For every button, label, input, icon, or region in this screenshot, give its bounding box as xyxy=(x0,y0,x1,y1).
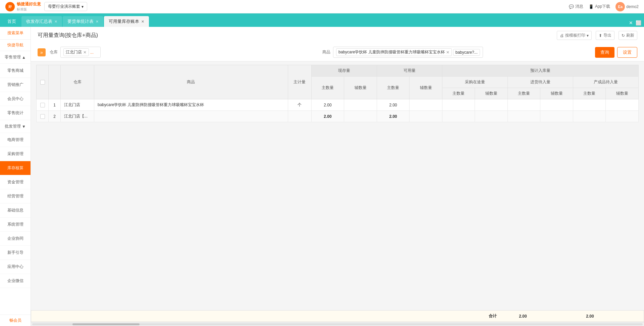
refresh-icon: ↻ xyxy=(622,33,625,38)
message-btn[interactable]: 💬 消息 xyxy=(569,4,583,9)
th-gear xyxy=(37,65,49,99)
chevron-icon: ▲ xyxy=(22,55,26,60)
filter-actions: 查询 设置 xyxy=(595,47,637,58)
export-btn[interactable]: ⬆ 导出 xyxy=(596,31,614,40)
refresh-btn[interactable]: ↻ 刷新 xyxy=(619,31,637,40)
top-bar-left: 好 畅捷通好生意 标准版 母婴行业演示账套 ▾ xyxy=(5,1,87,12)
message-icon: 💬 xyxy=(569,4,574,9)
sidebar-item-ecom-mgmt[interactable]: 电商管理 xyxy=(0,133,31,147)
tab-home[interactable]: 首页 xyxy=(3,16,21,27)
chevron-down-icon: ▾ xyxy=(82,4,84,9)
table-section: 仓库 商品 主计量 现存量 可用量 预计入库量 主数量 辅数量 主数量 辅数量 … xyxy=(31,61,644,310)
sidebar-item-purchase-mgmt[interactable]: 采购管理 xyxy=(0,147,31,161)
user-menu[interactable]: Ea demo2 xyxy=(615,2,639,11)
footer-label: 合计 xyxy=(479,313,506,319)
product-input[interactable]: babycare学饮杯 儿童防摔防撞吸管杯重力球吸嘴杯宝宝水杯 ✕ babyca… xyxy=(333,47,483,58)
th-product-sub: 辅数量 xyxy=(606,88,639,99)
filter-toggle-btn[interactable]: » xyxy=(38,48,46,56)
th-product: 商品 xyxy=(94,65,288,99)
warehouse-tag-remove[interactable]: ✕ xyxy=(83,50,87,55)
tab-receive-send[interactable]: 收发存汇总表 ✕ xyxy=(21,16,62,27)
page-actions: 🖨 按模板打印 ▾ ⬆ 导出 ↻ 刷新 xyxy=(557,31,637,40)
query-button[interactable]: 查询 xyxy=(595,47,614,58)
sidebar-item-app-center[interactable]: 应用中心 xyxy=(0,260,31,274)
logo-area: 好 畅捷通好生意 标准版 xyxy=(5,1,41,12)
th-product-pending: 产成品待入量 xyxy=(573,77,638,88)
tab-order-stats[interactable]: 要货单统计表 ✕ xyxy=(63,16,103,27)
scroll-thumb[interactable] xyxy=(72,323,140,325)
dropdown-icon: ▾ xyxy=(587,33,589,38)
th-inbound-sub: 辅数量 xyxy=(540,88,573,99)
sidebar: 搜索菜单 快捷导航 零售管理 ▲ 零售商城 营销推广 会员中心 零售统计 批发管… xyxy=(0,27,31,326)
th-forecast-inbound: 预计入库量 xyxy=(442,65,638,77)
sidebar-item-batch-mgmt[interactable]: 批发管理 ▼ xyxy=(0,120,31,133)
maximize-icon[interactable]: ⬜ xyxy=(636,20,641,26)
tab-available-stock-close[interactable]: ✕ xyxy=(141,19,144,24)
th-warehouse: 仓库 xyxy=(61,65,94,99)
sidebar-item-new-guide[interactable]: 新手引导 xyxy=(0,246,31,260)
sidebar-item-stock-check[interactable]: 库存核算 xyxy=(0,161,31,175)
filter-row: » 仓库 江北门店 ✕ ... 商品 xyxy=(38,43,637,61)
sidebar-item-retail-stats[interactable]: 零售统计 xyxy=(0,106,31,120)
th-current-main: 主数量 xyxy=(311,77,344,99)
th-inbound-pending: 进货待入量 xyxy=(507,77,573,88)
th-seq xyxy=(49,65,61,99)
sidebar-item-sys-mgmt[interactable]: 系统管理 xyxy=(0,218,31,232)
horizontal-scrollbar[interactable] xyxy=(31,322,644,326)
industry-selector[interactable]: 母婴行业演示账套 ▾ xyxy=(44,2,87,11)
sidebar-item-enterprise-wechat[interactable]: 企业微信 xyxy=(0,274,31,288)
main-layout: 搜索菜单 快捷导航 零售管理 ▲ 零售商城 营销推广 会员中心 零售统计 批发管… xyxy=(0,27,644,326)
th-current-sub: 辅数量 xyxy=(344,77,377,99)
scroll-track xyxy=(32,323,643,325)
expand-icon: » xyxy=(40,50,43,55)
logo-text: 畅捷通好生意 标准版 xyxy=(17,1,41,12)
tab-window-actions: ✕ ⬜ xyxy=(629,20,641,27)
tab-receive-send-close[interactable]: ✕ xyxy=(54,19,57,24)
sidebar-item-biz-mgmt[interactable]: 经营管理 xyxy=(0,189,31,203)
page-title-row: 可用量查询(按仓库+商品) 🖨 按模板打印 ▾ ⬆ 导出 ↻ 刷新 xyxy=(38,31,637,43)
warehouse-filter: 仓库 江北门店 ✕ ... xyxy=(50,47,318,58)
product-tag-1: babycare学饮杯 儿童防摔防撞吸管杯重力球吸嘴杯宝宝水杯 ✕ xyxy=(336,48,452,56)
print-template-btn[interactable]: 🖨 按模板打印 ▾ xyxy=(557,31,592,40)
table-row: 1 江北门店 babycare学饮杯 儿童防摔防撞吸管杯重力球吸嘴杯宝宝水杯 个… xyxy=(37,99,639,111)
data-table: 仓库 商品 主计量 现存量 可用量 预计入库量 主数量 辅数量 主数量 辅数量 … xyxy=(36,65,639,122)
close-window-icon[interactable]: ✕ xyxy=(629,20,633,26)
th-current-stock: 现存量 xyxy=(311,65,377,77)
sidebar-item-finance-mgmt[interactable]: 资金管理 xyxy=(0,175,31,189)
th-available-qty: 可用量 xyxy=(377,65,442,77)
footer-current-main: 2.00 xyxy=(506,314,540,319)
avatar: Ea xyxy=(615,2,625,11)
sidebar-item-member-center[interactable]: 会员中心 xyxy=(0,92,31,106)
footer-avail-main: 2.00 xyxy=(573,314,607,319)
warehouse-more[interactable]: ... xyxy=(90,50,94,55)
warehouse-tag: 江北门店 ✕ xyxy=(63,48,89,56)
table-footer: 合计 2.00 2.00 xyxy=(31,310,644,322)
product-filter: 商品 babycare学饮杯 儿童防摔防撞吸管杯重力球吸嘴杯宝宝水杯 ✕ bab… xyxy=(322,47,591,58)
page-title: 可用量查询(按仓库+商品) xyxy=(38,32,98,39)
sidebar-item-member[interactable]: 畅会员 xyxy=(0,315,31,326)
sidebar-quick-nav[interactable]: 快捷导航 xyxy=(0,40,31,51)
top-bar: 好 畅捷通好生意 标准版 母婴行业演示账套 ▾ 💬 消息 📱 App下载 Ea … xyxy=(0,0,644,13)
table-row: 2 江北门店【... 2.00 2.00 xyxy=(37,111,639,122)
page-header: 可用量查询(按仓库+商品) 🖨 按模板打印 ▾ ⬆ 导出 ↻ 刷新 xyxy=(31,27,644,61)
sidebar-item-retail-mgmt[interactable]: 零售管理 ▲ xyxy=(0,51,31,64)
setting-button[interactable]: 设置 xyxy=(617,47,637,58)
sidebar-item-enterprise-collab[interactable]: 企业协同 xyxy=(0,232,31,246)
th-main-unit: 主计量 xyxy=(288,65,311,99)
sidebar-item-basic-info[interactable]: 基础信息 xyxy=(0,203,31,218)
th-avail-main: 主数量 xyxy=(377,77,410,99)
top-bar-right: 💬 消息 📱 App下载 Ea demo2 xyxy=(569,2,639,11)
app-download-btn[interactable]: 📱 App下载 xyxy=(589,4,610,9)
sidebar-search[interactable]: 搜索菜单 xyxy=(0,27,31,40)
th-purchase-main: 主数量 xyxy=(442,88,475,99)
product-tag-1-remove[interactable]: ✕ xyxy=(446,50,449,55)
logo-icon: 好 xyxy=(5,2,15,11)
sidebar-item-retail-mall[interactable]: 零售商城 xyxy=(0,64,31,78)
tab-order-stats-close[interactable]: ✕ xyxy=(96,19,99,24)
th-avail-sub: 辅数量 xyxy=(410,77,442,99)
warehouse-input[interactable]: 江北门店 ✕ ... xyxy=(60,47,101,58)
chevron-icon2: ▼ xyxy=(22,124,26,129)
sidebar-item-marketing[interactable]: 营销推广 xyxy=(0,78,31,92)
tab-available-stock[interactable]: 可用量库存账本 ✕ xyxy=(104,16,149,27)
th-product-main: 主数量 xyxy=(573,88,606,99)
